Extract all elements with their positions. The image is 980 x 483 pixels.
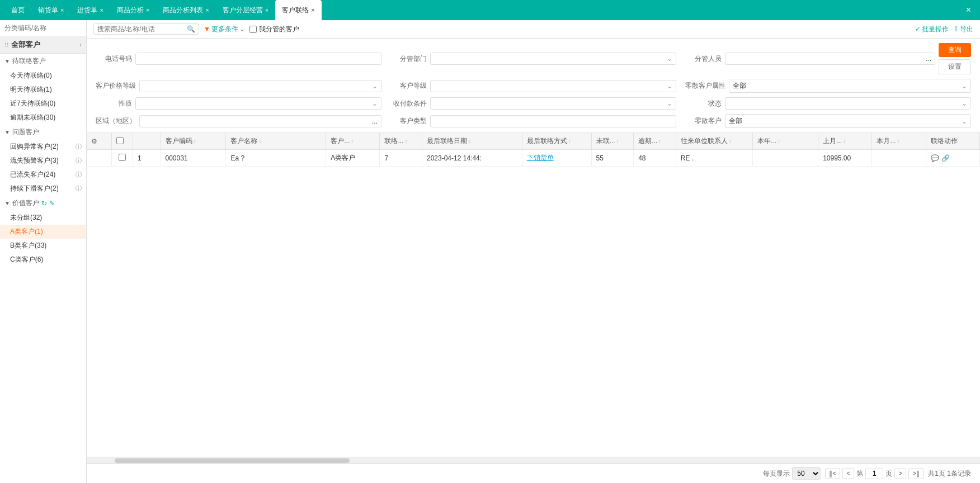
resize-handle-overdue[interactable]: ↕ — [658, 138, 661, 144]
nav-item-customer-contact[interactable]: 客户联络 × — [275, 0, 321, 20]
td-action[interactable]: 💬 🔗 — [926, 150, 980, 165]
filter-input-phone[interactable] — [135, 53, 381, 65]
nav-close-customer-segment[interactable]: × — [265, 7, 268, 13]
last-page-button[interactable]: >‖ — [908, 468, 924, 479]
th-last-month[interactable]: 上月... ↕ — [818, 133, 872, 150]
nav-item-sales[interactable]: 销货单 × — [31, 0, 70, 20]
sidebar-all-customers-label[interactable]: 全部客户 — [11, 40, 79, 50]
filter-select-price-grade[interactable]: ⌄ — [139, 80, 381, 92]
page-size-select[interactable]: 50 100 200 — [792, 467, 821, 480]
resize-handle-contact[interactable]: ↕ — [404, 138, 407, 144]
table-scroll-thumb[interactable] — [115, 458, 350, 463]
sidebar-collapse-icon[interactable]: ‹ — [79, 41, 82, 49]
td-code[interactable]: 000031 — [161, 150, 226, 167]
filter-select-retail-attr[interactable]: 全部 ⌄ — [729, 79, 971, 93]
sidebar-item-class-c[interactable]: C类客户(6) — [0, 253, 86, 267]
settings-icon[interactable]: ⚙ — [91, 138, 97, 145]
th-settings[interactable]: ⚙ — [87, 133, 111, 150]
th-checkbox[interactable] — [111, 133, 133, 150]
export-button[interactable]: ⇩ 导出 — [953, 25, 973, 34]
nav-close-analysis[interactable]: × — [146, 7, 149, 13]
th-company[interactable]: 往来单位联系人 ↕ — [676, 133, 753, 150]
filter-input-region[interactable]: ... — [139, 115, 381, 127]
th-contact[interactable]: 联络... ↕ — [380, 133, 422, 150]
batch-op-button[interactable]: ✓ 批量操作 — [915, 25, 949, 34]
sidebar-search-input[interactable] — [4, 24, 87, 32]
nav-item-customer-segment[interactable]: 客户分层经营 × — [216, 0, 275, 20]
page-input[interactable] — [865, 468, 883, 479]
close-all-button[interactable]: × — [962, 5, 976, 15]
th-no-contact[interactable]: 未联... ↕ — [591, 133, 634, 150]
my-customers-checkbox[interactable] — [249, 26, 257, 33]
filter-select-payment[interactable]: ⌄ — [430, 97, 676, 110]
resize-handle-last-date[interactable]: ↕ — [468, 138, 471, 144]
prev-page-button[interactable]: < — [842, 468, 854, 479]
more-filter-button[interactable]: ▼ 更多条件 ⌄ — [204, 25, 245, 34]
sidebar-item-churn-warning[interactable]: 流失预警客户(3) ⓘ — [0, 154, 86, 168]
td-checkbox[interactable] — [111, 150, 133, 167]
th-name[interactable]: 客户名称 ↕ — [226, 133, 326, 150]
nav-close-sales[interactable]: × — [60, 7, 64, 13]
nav-item-purchase[interactable]: 进货单 × — [70, 0, 110, 20]
filter-select-dept[interactable]: ⌄ — [430, 53, 676, 65]
row-checkbox[interactable] — [119, 154, 126, 161]
resize-handle-company[interactable]: ↕ — [729, 138, 732, 144]
set-button[interactable]: 设置 — [939, 59, 971, 74]
resize-handle-this-month[interactable]: ↕ — [897, 138, 899, 144]
nav-close-customer-contact[interactable]: × — [311, 7, 314, 13]
row-last-method[interactable]: 下销货单 — [527, 154, 554, 162]
filter-select-customer-grade[interactable]: ⌄ — [430, 80, 676, 92]
nav-item-analysis[interactable]: 商品分析 × — [110, 0, 156, 20]
nav-home[interactable]: 首页 — [4, 0, 31, 20]
filter-search-input[interactable] — [97, 25, 187, 33]
nav-close-analysis-list[interactable]: × — [205, 7, 209, 13]
sidebar-item-churned[interactable]: 已流失客户(24) ⓘ — [0, 168, 86, 182]
nav-close-purchase[interactable]: × — [100, 7, 103, 13]
sidebar-item-7days[interactable]: 近7天待联络(0) — [0, 97, 86, 111]
th-code[interactable]: 客户编码 ↕ — [161, 133, 226, 150]
sidebar-item-tomorrow[interactable]: 明天待联络(1) — [0, 83, 86, 97]
select-all-checkbox[interactable] — [116, 137, 124, 144]
resize-handle-no-contact[interactable]: ↕ — [616, 138, 619, 144]
sidebar-item-repurchase-abnormal[interactable]: 回购异常客户(2) ⓘ — [0, 140, 86, 154]
sidebar-item-declining[interactable]: 持续下滑客户(2) ⓘ — [0, 182, 86, 196]
resize-handle-name[interactable]: ↕ — [258, 138, 261, 144]
resize-handle-year[interactable]: ↕ — [778, 138, 780, 144]
refresh-icon-value[interactable]: ↻ — [41, 200, 47, 207]
sidebar-item-class-b[interactable]: B类客户(33) — [0, 239, 86, 253]
first-page-button[interactable]: ‖< — [825, 468, 840, 479]
table-scrollbar[interactable] — [87, 457, 980, 463]
th-grade[interactable]: 客户... ↕ — [326, 133, 380, 150]
next-page-button[interactable]: > — [894, 468, 906, 479]
filter-select-nature[interactable]: ⌄ — [135, 97, 381, 110]
th-year[interactable]: 本年... ↕ — [753, 133, 818, 150]
nav-item-analysis-list[interactable]: 商品分析列表 × — [156, 0, 215, 20]
th-this-month[interactable]: 本月... ↕ — [872, 133, 926, 150]
query-button[interactable]: 查询 — [939, 43, 971, 57]
resize-handle-last-method[interactable]: ↕ — [568, 138, 571, 144]
filter-input-manager[interactable]: ... — [725, 53, 935, 65]
td-last-method[interactable]: 下销货单 — [522, 150, 591, 167]
filter-input-customer-type[interactable] — [430, 115, 676, 127]
sidebar-group-pending-title[interactable]: ▼ 待联络客户 — [0, 54, 86, 69]
link-action-icon[interactable]: 🔗 — [941, 154, 950, 162]
th-last-method[interactable]: 最后联络方式 ↕ — [522, 133, 591, 150]
chat-action-icon[interactable]: 💬 — [931, 154, 939, 162]
filter-search-icon[interactable]: 🔍 — [187, 25, 195, 33]
sidebar-item-class-a[interactable]: A类客户(1) — [0, 225, 86, 239]
sidebar-item-ungrouped[interactable]: 未分组(32) — [0, 211, 86, 225]
th-last-date[interactable]: 最后联络日期 ↕ — [422, 133, 522, 150]
my-customers-checkbox-wrap[interactable]: 我分管的客户 — [249, 25, 299, 34]
sidebar-item-overdue[interactable]: 逾期未联络(30) — [0, 111, 86, 125]
resize-handle-grade[interactable]: ↕ — [351, 138, 354, 144]
resize-handle-code[interactable]: ↕ — [194, 138, 196, 144]
filter-select-status[interactable]: ⌄ — [725, 97, 971, 110]
edit-icon-value[interactable]: ✎ — [49, 200, 55, 207]
filter-select-retail[interactable]: 全部 ⌄ — [725, 114, 971, 128]
resize-handle-last-month[interactable]: ↕ — [843, 138, 846, 144]
sidebar-group-problem-title[interactable]: ▼ 问题客户 — [0, 125, 86, 140]
sidebar-item-today[interactable]: 今天待联络(0) — [0, 69, 86, 83]
td-name[interactable]: Ea ? — [226, 150, 326, 167]
th-overdue[interactable]: 逾期... ↕ — [634, 133, 676, 150]
sidebar-group-value-title[interactable]: ▼ 价值客户 ↻ ✎ — [0, 196, 86, 211]
